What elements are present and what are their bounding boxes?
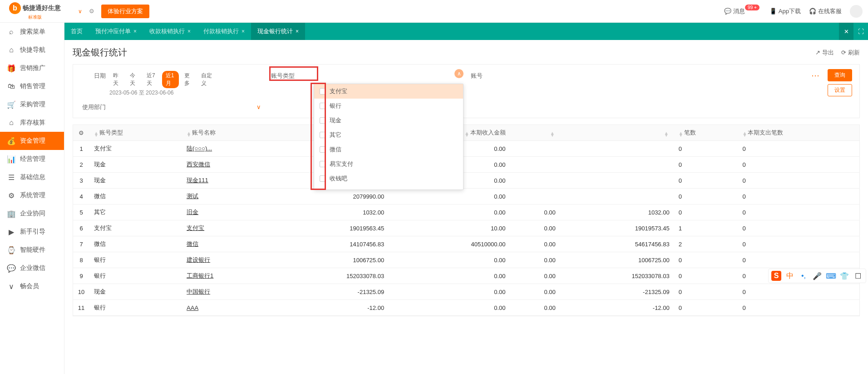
cell-name[interactable]: 西安微信 bbox=[182, 157, 275, 173]
sort-icon[interactable]: ▲▼ bbox=[94, 132, 99, 136]
cell-name[interactable]: 陆(○○○)... bbox=[182, 141, 275, 157]
column-header-1[interactable]: ▲▼账号名称 bbox=[182, 125, 275, 141]
sidebar-item-0[interactable]: ⌕搜索菜单 bbox=[0, 23, 64, 41]
mobile-icon: 📱 bbox=[769, 8, 777, 15]
date-chip-1[interactable]: 今天 bbox=[126, 71, 141, 88]
dropdown-option-3[interactable]: 其它 bbox=[314, 128, 463, 142]
date-chip-2[interactable]: 近7天 bbox=[143, 71, 160, 88]
account-type-input[interactable] bbox=[298, 71, 434, 82]
tab-close-icon[interactable]: × bbox=[187, 28, 191, 35]
app-download-button[interactable]: 📱 App下载 bbox=[769, 7, 801, 15]
cell-name[interactable]: 建设银行 bbox=[182, 252, 275, 268]
dropdown-option-7[interactable]: 长沙银行 bbox=[314, 186, 463, 189]
checkbox-icon[interactable] bbox=[320, 88, 326, 95]
headset-icon: 🎧 bbox=[809, 8, 816, 15]
dropdown-option-4[interactable]: 微信 bbox=[314, 142, 463, 157]
sidebar-item-8[interactable]: ☰基础信息 bbox=[0, 168, 64, 186]
dropdown-option-1[interactable]: 银行 bbox=[314, 99, 463, 113]
query-button[interactable]: 查询 bbox=[828, 69, 852, 81]
column-header-6[interactable]: ▲▼笔数 bbox=[674, 125, 738, 141]
column-settings-button[interactable]: ⚙ bbox=[73, 125, 89, 141]
sogou-icon[interactable]: S bbox=[771, 271, 781, 281]
fullscreen-button[interactable]: ⛶ bbox=[853, 23, 868, 40]
date-chip-4[interactable]: 更多 bbox=[181, 71, 196, 88]
sort-icon[interactable]: ▲▼ bbox=[187, 132, 191, 136]
logo[interactable]: b 畅捷通好生意 标准版 bbox=[5, 2, 64, 20]
sidebar-item-7[interactable]: 📊经营管理 bbox=[0, 150, 64, 168]
sidebar-item-14[interactable]: ∨畅会员 bbox=[0, 277, 64, 295]
sidebar-item-3[interactable]: 🛍销售管理 bbox=[0, 77, 64, 95]
ime-keyboard-icon[interactable]: ⌨ bbox=[826, 271, 836, 281]
more-filters-button[interactable]: ⋯ bbox=[811, 70, 820, 80]
cell-name[interactable]: 工商银行1 bbox=[182, 268, 275, 284]
tab-0[interactable]: 首页 bbox=[64, 23, 89, 40]
sidebar-item-10[interactable]: 🏢企业协同 bbox=[0, 204, 64, 223]
checkbox-icon[interactable] bbox=[320, 103, 326, 109]
ime-skin-icon[interactable]: 👕 bbox=[839, 271, 849, 281]
dept-select[interactable]: ∨ bbox=[109, 103, 264, 111]
export-button[interactable]: ↗ 导出 bbox=[815, 49, 834, 57]
sort-icon[interactable]: ▲▼ bbox=[465, 132, 469, 136]
column-header-7[interactable]: ▲▼本期支出笔数 bbox=[738, 125, 859, 141]
sidebar-item-5[interactable]: ⌂库存核算 bbox=[0, 114, 64, 132]
tab-1[interactable]: 预付冲应付单× bbox=[89, 23, 143, 40]
ime-mic-icon[interactable]: 🎤 bbox=[812, 271, 822, 281]
sort-icon[interactable]: ▲▼ bbox=[679, 132, 683, 136]
date-chip-3[interactable]: 近1月 bbox=[162, 71, 179, 88]
industry-solution-button[interactable]: 体验行业方案 bbox=[101, 5, 149, 18]
column-header-5[interactable]: ▲▼ bbox=[560, 125, 674, 141]
sidebar-item-6[interactable]: 💰资金管理 bbox=[0, 132, 64, 150]
user-avatar[interactable] bbox=[850, 5, 863, 18]
org-dropdown-caret[interactable]: ∨ bbox=[78, 8, 82, 15]
cell-name[interactable]: 中国银行 bbox=[182, 284, 275, 300]
column-header-0[interactable]: ▲▼账号类型 bbox=[89, 125, 182, 141]
cell-c5 bbox=[510, 189, 560, 204]
close-all-tabs-button[interactable]: ✕ bbox=[839, 23, 853, 40]
gear-icon[interactable]: ⚙ bbox=[88, 7, 96, 15]
checkbox-icon[interactable] bbox=[320, 161, 326, 167]
dropdown-option-5[interactable]: 易宝支付 bbox=[314, 157, 463, 171]
tab-close-icon[interactable]: × bbox=[133, 28, 137, 35]
checkbox-icon[interactable] bbox=[320, 132, 326, 138]
dropdown-option-0[interactable]: 支付宝 bbox=[314, 84, 463, 99]
settings-button[interactable]: 设置 bbox=[828, 84, 852, 96]
ime-toolbox-icon[interactable]: ☐ bbox=[853, 271, 863, 281]
cell-name[interactable]: 微信 bbox=[182, 236, 275, 252]
sidebar-item-1[interactable]: ⌂快捷导航 bbox=[0, 41, 64, 59]
cell-name[interactable]: 现金111 bbox=[182, 173, 275, 189]
sidebar-item-11[interactable]: ▶新手引导 bbox=[0, 223, 64, 241]
date-chip-0[interactable]: 昨天 bbox=[109, 71, 124, 88]
cell-name[interactable]: 测试 bbox=[182, 189, 275, 204]
tab-2[interactable]: 收款核销执行× bbox=[143, 23, 197, 40]
collapse-filter-button[interactable]: ∧ bbox=[454, 69, 464, 78]
sidebar-item-2[interactable]: 🎁营销推广 bbox=[0, 59, 64, 77]
refresh-button[interactable]: ⟳ 刷新 bbox=[841, 49, 860, 57]
dropdown-option-2[interactable]: 现金 bbox=[314, 113, 463, 128]
sidebar-item-4[interactable]: 🛒采购管理 bbox=[0, 95, 64, 114]
dropdown-option-6[interactable]: 收钱吧 bbox=[314, 171, 463, 186]
messages-button[interactable]: 💬 消息 99 + bbox=[724, 7, 761, 15]
date-chip-5[interactable]: 自定义 bbox=[197, 71, 217, 88]
tab-close-icon[interactable]: × bbox=[242, 28, 245, 35]
column-header-4[interactable]: ▲▼ bbox=[510, 125, 560, 141]
cell-c6: -12.00 bbox=[560, 300, 674, 316]
sidebar-item-13[interactable]: 💬企业微信 bbox=[0, 259, 64, 277]
tab-3[interactable]: 付款核销执行× bbox=[197, 23, 251, 40]
sort-icon[interactable]: ▲▼ bbox=[550, 132, 555, 136]
sidebar-item-12[interactable]: ⌚智能硬件 bbox=[0, 241, 64, 259]
tab-close-icon[interactable]: × bbox=[296, 28, 299, 35]
sort-icon[interactable]: ▲▼ bbox=[743, 132, 747, 136]
sidebar-item-9[interactable]: ⚙系统管理 bbox=[0, 186, 64, 204]
cell-name[interactable]: AAA bbox=[182, 300, 275, 316]
checkbox-icon[interactable] bbox=[320, 146, 326, 153]
ime-punct-icon[interactable]: •, bbox=[799, 271, 809, 281]
support-button[interactable]: 🎧 在线客服 bbox=[809, 7, 842, 15]
checkbox-icon[interactable] bbox=[320, 117, 326, 124]
sort-icon[interactable]: ▲▼ bbox=[664, 132, 669, 136]
account-input[interactable] bbox=[486, 71, 622, 82]
checkbox-icon[interactable] bbox=[320, 175, 326, 182]
tab-4[interactable]: 现金银行统计× bbox=[251, 23, 305, 40]
cell-name[interactable]: 旧金 bbox=[182, 204, 275, 220]
ime-lang-label[interactable]: 中 bbox=[785, 271, 795, 281]
cell-name[interactable]: 支付宝 bbox=[182, 220, 275, 236]
